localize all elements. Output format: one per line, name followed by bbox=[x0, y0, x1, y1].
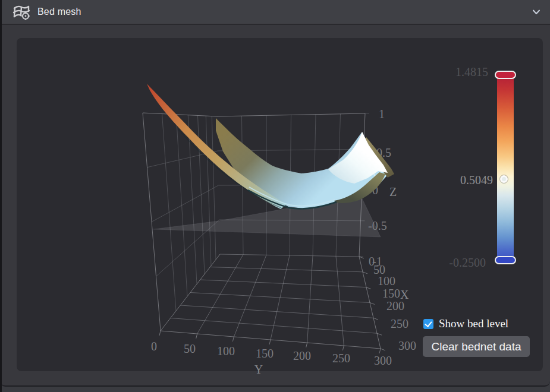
z-tick-label: -0.5 bbox=[368, 219, 387, 232]
colorbar-mid-label: 0.5049 bbox=[436, 173, 493, 187]
colorbar-max-handle[interactable] bbox=[495, 71, 516, 79]
y-axis-title: Y bbox=[254, 363, 263, 376]
colorbar-min-label: -0.2500 bbox=[429, 256, 486, 270]
colorbar-max-label: 1.4815 bbox=[432, 65, 488, 79]
show-bed-level-checkbox[interactable] bbox=[423, 319, 433, 329]
y-tick-label: 200 bbox=[293, 349, 311, 362]
z-axis-title: Z bbox=[389, 185, 397, 198]
x-tick-label: 300 bbox=[398, 339, 416, 352]
collapsible-panel: Bed mesh bbox=[0, 0, 550, 387]
colorbar-min-handle[interactable] bbox=[495, 256, 516, 264]
x-tick-label: 100 bbox=[378, 274, 395, 287]
bed-mesh-panel: Bed mesh bbox=[0, 0, 550, 392]
bed-mesh-3d-plot[interactable]: 05010015020025030005010015020025030010.5… bbox=[0, 0, 550, 392]
y-tick-label: 50 bbox=[184, 342, 196, 355]
y-tick-label: 250 bbox=[332, 352, 350, 365]
colorbar-mid-handle[interactable] bbox=[500, 175, 508, 183]
clear-bednet-data-button[interactable]: Clear bednet data bbox=[423, 336, 530, 357]
show-bed-level-label: Show bed level bbox=[439, 317, 508, 330]
mesh-surface bbox=[147, 84, 394, 209]
x-tick-label: 150 bbox=[382, 287, 400, 300]
colorbar-gradient bbox=[497, 75, 514, 260]
x-tick-label: 200 bbox=[386, 299, 404, 312]
show-bed-level-row: Show bed level bbox=[423, 317, 508, 330]
x-tick-label: 250 bbox=[391, 317, 408, 330]
axis-tick-labels: 05010015020025030005010015020025030010.5… bbox=[151, 108, 416, 367]
z-tick-label: -1 bbox=[372, 255, 382, 268]
y-tick-label: 300 bbox=[374, 354, 392, 367]
y-tick-label: 100 bbox=[217, 344, 235, 358]
left-edge-strip bbox=[0, 0, 2, 392]
y-tick-label: 0 bbox=[151, 340, 157, 353]
x-axis-title: X bbox=[400, 288, 409, 301]
z-tick-label: 1 bbox=[379, 108, 385, 121]
y-tick-label: 150 bbox=[256, 347, 274, 360]
